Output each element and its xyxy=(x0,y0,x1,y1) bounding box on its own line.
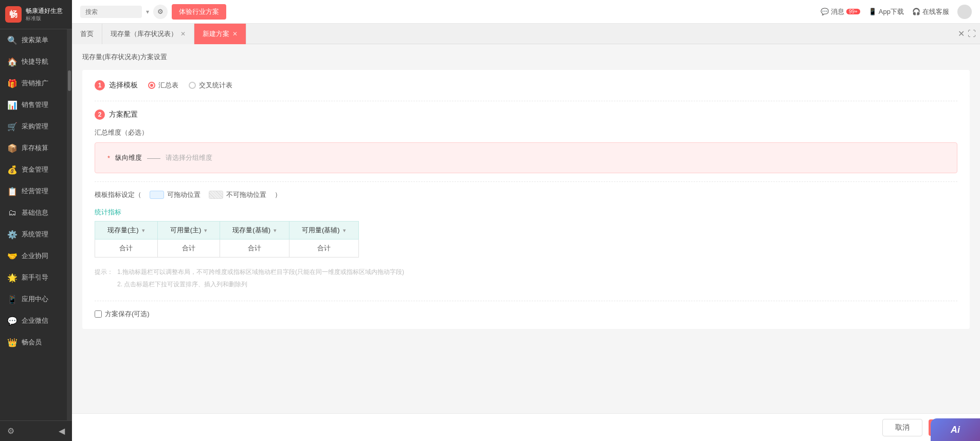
cancel-button[interactable]: 取消 xyxy=(882,419,922,436)
topbar-dropdown-arrow-icon[interactable]: ▾ xyxy=(146,8,149,15)
sidebar-item-sales[interactable]: 📊 销售管理 xyxy=(0,94,67,116)
stats-col-header-1[interactable]: 可用量(主) ▾ xyxy=(157,222,220,240)
sidebar-item-quick-nav[interactable]: 🏠 快捷导航 xyxy=(0,51,67,72)
sidebar-item-basic-info[interactable]: 🗂 基础信息 xyxy=(0,202,67,224)
sidebar-item-marketing[interactable]: 🎁 营销推广 xyxy=(0,72,67,94)
indicator-suffix: ） xyxy=(275,190,281,199)
logo-icon: 畅 xyxy=(5,6,22,23)
stats-label: 统计指标 xyxy=(95,208,957,217)
tab-home[interactable]: 首页 xyxy=(72,24,102,44)
trial-industry-button[interactable]: 体验行业方案 xyxy=(172,4,226,20)
section1-title: 选择模板 xyxy=(109,81,138,90)
sidebar: 畅 畅康通好生意 标准版 🔍 搜索菜单 🏠 快捷导航 🎁 营销推广 📊 销售管理 xyxy=(0,0,72,441)
stats-col-header-0[interactable]: 现存量(主) ▾ xyxy=(95,222,158,240)
sidebar-footer: ⚙ ◀ xyxy=(0,420,72,441)
inventory-icon: 📦 xyxy=(7,143,17,153)
sidebar-item-newbie[interactable]: 🌟 新手引导 xyxy=(0,267,67,288)
gear-icon: ⚙ xyxy=(157,8,164,15)
save-scheme-label: 方案保存(可选) xyxy=(105,309,150,319)
sidebar-item-inventory[interactable]: 📦 库存核算 xyxy=(0,137,67,159)
settings-panel: 1 选择模板 汇总表 交叉统计表 xyxy=(82,70,970,329)
online-service-button[interactable]: 🎧 在线客服 xyxy=(912,7,949,16)
save-scheme-row: 方案保存(可选) xyxy=(95,309,957,319)
section1-header: 1 选择模板 汇总表 交叉统计表 xyxy=(95,80,957,90)
radio-summary[interactable]: 汇总表 xyxy=(148,81,178,90)
sidebar-item-enterprise[interactable]: 🤝 企业协同 xyxy=(0,245,67,267)
tab-expand-icon[interactable]: ⛶ xyxy=(968,29,976,39)
template-radio-group: 汇总表 交叉统计表 xyxy=(148,81,232,90)
col-2-dropdown-icon[interactable]: ▾ xyxy=(274,227,277,234)
finance-icon: 💰 xyxy=(7,164,17,175)
sidebar-nav: 🔍 搜索菜单 🏠 快捷导航 🎁 营销推广 📊 销售管理 🛒 采购管理 📦 xyxy=(0,29,67,420)
topbar: ▾ ⚙ 体验行业方案 💬 消息 99+ 📱 App下载 🎧 在线客服 xyxy=(72,0,980,24)
sidebar-item-search-menu[interactable]: 🔍 搜索菜单 xyxy=(0,29,67,51)
sidebar-item-system[interactable]: ⚙️ 系统管理 xyxy=(0,224,67,245)
topbar-gear-button[interactable]: ⚙ xyxy=(153,5,168,19)
radio-summary-circle xyxy=(148,82,155,89)
section-divider-1 xyxy=(95,101,957,101)
section1-num: 1 xyxy=(95,80,105,90)
section-scheme-config: 2 方案配置 汇总维度（必选） * 纵向维度 —— 请选择分组维度 xyxy=(95,109,957,290)
sidebar-item-app-center[interactable]: 📱 应用中心 xyxy=(0,288,67,310)
section2-num: 2 xyxy=(95,109,105,120)
stats-table-header-row: 现存量(主) ▾ 可用量(主) ▾ xyxy=(95,222,359,240)
message-icon: 💬 xyxy=(821,8,829,15)
col-1-dropdown-icon[interactable]: ▾ xyxy=(204,227,207,234)
sidebar-item-enterprise-wechat[interactable]: 💬 企业微信 xyxy=(0,310,67,332)
sidebar-item-finance[interactable]: 💰 资金管理 xyxy=(0,159,67,180)
logo-text: 畅康通好生意 标准版 xyxy=(26,7,63,22)
col-0-dropdown-icon[interactable]: ▾ xyxy=(142,227,145,234)
sidebar-scrollbar[interactable] xyxy=(67,29,72,420)
member-icon: 👑 xyxy=(7,337,17,347)
radio-cross[interactable]: 交叉统计表 xyxy=(189,81,232,90)
section2-title: 方案配置 xyxy=(109,110,138,119)
col-3-dropdown-icon[interactable]: ▾ xyxy=(343,227,346,234)
stats-col-header-3[interactable]: 可用量(基辅) ▾ xyxy=(289,222,359,240)
footer-settings-icon[interactable]: ⚙ xyxy=(7,426,14,436)
field-placeholder: 请选择分组维度 xyxy=(166,153,212,162)
indicator-row: 模板指标设定（ 可拖动位置 不可拖动位置 ） xyxy=(95,190,957,199)
sales-icon: 📊 xyxy=(7,100,17,110)
tab-new-scheme-close-icon[interactable]: ✕ xyxy=(232,30,238,38)
tips-section: 提示： 1.拖动标题栏可以调整布局，不可跨维度或指标区域拖动栏目字段(只能在同一… xyxy=(95,266,957,290)
tab-inventory-close-icon[interactable]: ✕ xyxy=(180,30,186,38)
search-menu-icon: 🔍 xyxy=(7,35,17,45)
ai-bubble[interactable]: Ai xyxy=(931,418,980,441)
tab-inventory-status[interactable]: 现存量（库存状况表） ✕ xyxy=(102,24,194,44)
topbar-search-input[interactable] xyxy=(80,6,142,18)
sidebar-logo: 畅 畅康通好生意 标准版 xyxy=(0,0,72,29)
tip-item-0: 提示： 1.拖动标题栏可以调整布局，不可跨维度或指标区域拖动栏目字段(只能在同一… xyxy=(95,266,957,278)
topbar-left: ▾ ⚙ 体验行业方案 xyxy=(80,4,814,20)
footer-collapse-icon[interactable]: ◀ xyxy=(59,426,65,436)
user-avatar[interactable] xyxy=(957,5,972,19)
app-center-icon: 📱 xyxy=(7,294,17,304)
message-button[interactable]: 💬 消息 99+ xyxy=(821,7,860,16)
quick-nav-icon: 🏠 xyxy=(7,57,17,67)
tab-new-scheme[interactable]: 新建方案 ✕ xyxy=(194,24,246,44)
fixed-label: 不可拖动位置 xyxy=(226,190,266,199)
footer-bar: 取消 查询 xyxy=(72,413,980,441)
sidebar-item-purchase[interactable]: 🛒 采购管理 xyxy=(0,116,67,137)
section-choose-template: 1 选择模板 汇总表 交叉统计表 xyxy=(95,80,957,90)
newbie-icon: 🌟 xyxy=(7,272,17,283)
online-service-icon: 🎧 xyxy=(912,8,920,15)
tab-close-all-icon[interactable]: ✕ xyxy=(958,29,965,39)
sidebar-item-member[interactable]: 👑 畅会员 xyxy=(0,332,67,353)
tip-item-1: 提示： 2. 点击标题栏下拉可设置排序、插入列和删除列 xyxy=(95,278,957,290)
section-divider-2 xyxy=(95,181,957,182)
stats-col-header-2[interactable]: 现存量(基辅) ▾ xyxy=(220,222,289,240)
field-label-vertical: 纵向维度 xyxy=(115,153,142,162)
save-scheme-checkbox[interactable] xyxy=(95,310,102,318)
sidebar-item-operation[interactable]: 📋 经营管理 xyxy=(0,180,67,202)
operation-icon: 📋 xyxy=(7,186,17,196)
system-icon: ⚙️ xyxy=(7,229,17,240)
stats-section: 统计指标 现存量(主) ▾ xyxy=(95,208,957,258)
section2-header: 2 方案配置 xyxy=(95,109,957,120)
app-download-icon: 📱 xyxy=(868,8,877,15)
indicator-prefix: 模板指标设定（ xyxy=(95,190,141,199)
radio-cross-circle xyxy=(189,82,196,89)
app-download-button[interactable]: 📱 App下载 xyxy=(868,7,904,16)
ai-bubble-label: Ai xyxy=(951,425,960,435)
fixed-indicator-box xyxy=(209,191,223,199)
enterprise-icon: 🤝 xyxy=(7,251,17,261)
